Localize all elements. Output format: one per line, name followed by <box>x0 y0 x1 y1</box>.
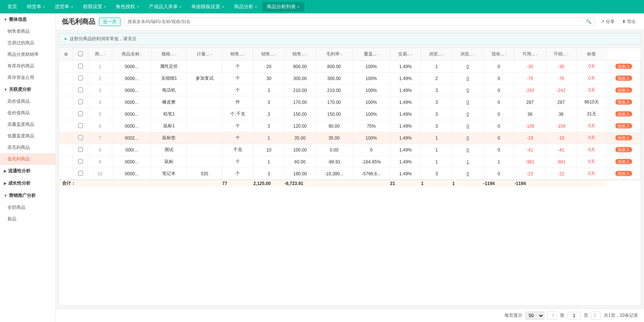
nav-template-settings[interactable]: 单据模板设置 × <box>187 2 228 12</box>
sidebar-item-low-value[interactable]: 低价值商品 <box>0 107 55 119</box>
table-row: 8 000/... 测试 千克 10 100.00 0.00 0 1.49% 1… <box>59 144 641 156</box>
sidebar-group-marketing[interactable]: ▼ 营销推广分析 <box>0 189 55 202</box>
row-checkbox[interactable] <box>78 87 83 92</box>
sidebar-item-low-coverage[interactable]: 低覆盖度商品 <box>0 130 55 142</box>
nav-product-inbound[interactable]: 产成品入库单 × <box>144 2 186 12</box>
col-spec[interactable]: 规格...↕ <box>151 48 187 61</box>
nav-close-icon[interactable]: × <box>137 4 139 9</box>
row-checkbox[interactable] <box>78 64 83 68</box>
row-views1[interactable]: 0 <box>452 108 483 120</box>
nav-close-icon[interactable]: × <box>71 4 73 9</box>
row-sellable-days: 31天 <box>577 108 607 120</box>
row-views1[interactable]: 0 <box>452 144 483 156</box>
footer-available-stock: -1194 <box>515 180 546 186</box>
nav-close-icon[interactable]: × <box>43 4 45 9</box>
row-views1[interactable]: 0 <box>452 73 483 85</box>
row-checkbox[interactable] <box>78 171 83 176</box>
sidebar-item-high-coverage[interactable]: 高覆盖度商品 <box>0 119 55 130</box>
product-table: ⚙ 商...↕ 商品名称↕ 规格...↕ 计量...↕ 销售...↕ 销售...… <box>59 48 641 186</box>
col-unit[interactable]: 计量...↕ <box>187 48 222 61</box>
col-sales-amount[interactable]: 销售...↕ <box>285 48 316 61</box>
prev-page-button[interactable]: 〈 <box>547 311 557 320</box>
row-checkbox[interactable] <box>78 147 83 152</box>
row-views1[interactable]: 0 <box>452 168 483 180</box>
row-available-stock: -76 <box>545 73 577 85</box>
row-sales-price: 100.00 <box>285 144 316 156</box>
row-views1[interactable]: 1 <box>452 156 483 168</box>
row-gross-margin: -164.85% <box>353 156 390 168</box>
row-transaction: 3 <box>421 120 452 132</box>
col-sellable[interactable]: 可销...↕ <box>545 48 577 61</box>
col-coverage[interactable]: 覆盖...↕ <box>353 48 390 61</box>
nav-close-icon[interactable]: × <box>255 4 257 9</box>
sidebar-item-low-margin[interactable]: 低毛利商品 <box>0 153 55 165</box>
col-name[interactable]: 商品名称↕ <box>112 48 151 61</box>
sidebar-item-all-products[interactable]: 全部商品 <box>0 202 55 213</box>
col-settings[interactable]: ⚙ <box>59 48 73 61</box>
sidebar-item-high-margin[interactable]: 高毛利商品 <box>0 142 55 153</box>
nav-close-icon[interactable]: × <box>179 4 182 9</box>
sidebar-group-overview[interactable]: ▼ 整体信息 <box>0 13 55 26</box>
col-code[interactable]: 商...↕ <box>88 48 112 61</box>
row-checkbox[interactable] <box>78 159 83 164</box>
col-available-stock[interactable]: 可用...↕ <box>515 48 546 61</box>
sidebar-item-stock-capital[interactable]: 库存资金占用 <box>0 72 55 83</box>
nav-close-icon[interactable]: × <box>104 4 106 9</box>
page-number-input[interactable] <box>567 312 581 319</box>
nav-sales-order[interactable]: 销货单 × <box>22 2 49 12</box>
nav-role-auth[interactable]: 角色授权 × <box>111 2 143 12</box>
row-checkbox[interactable] <box>78 76 83 80</box>
sidebar-item-new-products[interactable]: 新品 <box>0 213 55 225</box>
row-views1[interactable]: 0 <box>452 120 483 132</box>
row-sellable-days: 0天 <box>577 120 607 132</box>
nav-product-analysis[interactable]: 商品分析 × <box>230 2 262 12</box>
row-views1[interactable]: 0 <box>452 96 483 108</box>
col-check[interactable] <box>73 48 88 61</box>
col-current-stock[interactable]: 现有...↕ <box>483 48 515 61</box>
col-sales-price[interactable]: 销售...↕ <box>253 48 285 61</box>
col-gross-margin[interactable]: 毛利率↕ <box>315 48 353 61</box>
row-views1[interactable]: 0 <box>452 132 483 144</box>
col-views2[interactable]: 浏览...↕ <box>452 48 483 61</box>
row-sellable-days: 0天 <box>577 168 607 180</box>
row-views1[interactable]: 0 <box>452 85 483 96</box>
share-button[interactable]: ↗ 分享 <box>599 17 617 26</box>
row-views2: 0 <box>483 132 515 144</box>
nav-close-icon[interactable]: × <box>297 4 299 9</box>
col-tag[interactable]: 标签 <box>577 48 607 61</box>
per-page-select[interactable]: 50 20 100 <box>525 312 544 320</box>
nav-product-analysis-list[interactable]: 商品分析列表 × <box>262 2 304 12</box>
sidebar-group-growth[interactable]: ▶ 成长性分析 <box>0 177 55 189</box>
row-checkbox[interactable] <box>78 111 83 116</box>
nav-permission-settings[interactable]: 权限设置 × <box>79 2 110 12</box>
sidebar-group-circulation[interactable]: ▶ 流通性分析 <box>0 165 55 177</box>
col-sales-qty[interactable]: 销售...↕ <box>222 48 253 61</box>
select-all-checkbox[interactable] <box>78 51 83 56</box>
nav-purchase-order[interactable]: 进货单 × <box>50 2 77 12</box>
next-page-button[interactable]: 〉 <box>591 311 601 320</box>
nav-close-icon[interactable]: × <box>222 4 224 9</box>
row-sales-amount: 300.00 <box>315 73 353 85</box>
sidebar-item-sales-products[interactable]: 销售类商品 <box>0 26 55 37</box>
header-actions: ↗ 分享 ⬇ 导出 <box>599 17 638 26</box>
col-views1[interactable]: 浏览...↕ <box>421 48 452 61</box>
col-transaction[interactable]: 交易...↕ <box>390 48 421 61</box>
search-input[interactable] <box>128 19 584 24</box>
nav-home[interactable]: 首页 <box>3 2 22 12</box>
row-checkbox[interactable] <box>78 123 83 128</box>
search-icon[interactable]: 🔍 <box>586 19 592 24</box>
export-button[interactable]: ⬇ 导出 <box>620 17 638 26</box>
row-current-stock: -981 <box>515 156 546 168</box>
sidebar-item-high-value[interactable]: 高价值商品 <box>0 96 55 107</box>
row-checkbox[interactable] <box>78 135 83 140</box>
row-sales-amount: -98.91 <box>315 156 353 168</box>
page-suffix: 页 <box>584 312 588 319</box>
row-views1[interactable]: 0 <box>452 61 483 73</box>
filter-period-button[interactable]: 近一月 <box>99 17 121 26</box>
sidebar-item-stock-products[interactable]: 有库存的商品 <box>0 60 55 72</box>
sidebar-group-correlation[interactable]: ▼ 关联度分析 <box>0 83 55 96</box>
sidebar-item-category-rate[interactable]: 商品分类助销率 <box>0 49 55 60</box>
sidebar-item-traded-products[interactable]: 交易过的商品 <box>0 37 55 49</box>
row-checkbox[interactable] <box>78 99 83 104</box>
row-available-stock: 287 <box>545 96 577 108</box>
